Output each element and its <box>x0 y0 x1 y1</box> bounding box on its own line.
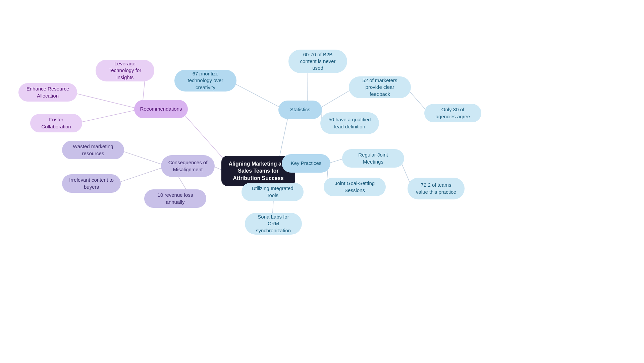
node-practice3: Joint Goal-Setting Sessions <box>324 178 386 196</box>
svg-line-0 <box>279 117 288 159</box>
node-stat5: Only 30 of agencies agree <box>424 104 481 122</box>
node-practice5: Sona Labs for CRM synchronization <box>245 213 302 235</box>
svg-line-17 <box>143 78 145 102</box>
svg-line-14 <box>120 168 162 182</box>
node-rec1: Leverage Technology for Insights <box>96 60 154 81</box>
mindmap-container: Aligning Marketing and Sales Teams for A… <box>0 0 644 363</box>
svg-line-5 <box>409 91 426 110</box>
node-stat2: 67 prioritize technology over creativity <box>174 70 236 92</box>
svg-line-12 <box>215 167 221 170</box>
node-consequences: Consequences of Misalignment <box>161 155 215 177</box>
svg-line-7 <box>330 159 342 163</box>
svg-line-10 <box>401 162 410 184</box>
node-practice1: Regular Joint Meetings <box>342 149 404 168</box>
node-keypractices: Key Practices <box>282 154 330 173</box>
svg-line-15 <box>178 176 186 190</box>
svg-line-18 <box>77 94 135 108</box>
svg-line-2 <box>235 84 279 107</box>
node-practice2: Utilizing Integrated Tools <box>241 183 304 201</box>
node-recommendations: Recommendations <box>134 100 188 118</box>
node-practice4: 72.2 of teams value this practice <box>408 178 465 199</box>
svg-line-19 <box>82 110 134 122</box>
node-stat4: 50 have a qualified lead definition <box>320 112 379 134</box>
node-stat3: 52 of marketers provide clear feedback <box>349 76 411 98</box>
node-cons1: Wasted marketing resources <box>62 141 124 159</box>
node-cons2: Irrelevant content to buyers <box>62 174 121 193</box>
node-rec3: Foster Collaboration <box>30 114 82 132</box>
svg-line-3 <box>321 90 350 107</box>
svg-line-11 <box>273 201 273 213</box>
node-rec2: Enhance Resource Allocation <box>18 83 77 102</box>
node-statistics: Statistics <box>278 101 322 119</box>
node-stat1: 60-70 of B2B content is never used <box>288 50 347 73</box>
node-cons3: 10 revenue loss annually <box>144 189 206 208</box>
svg-line-13 <box>124 152 161 164</box>
